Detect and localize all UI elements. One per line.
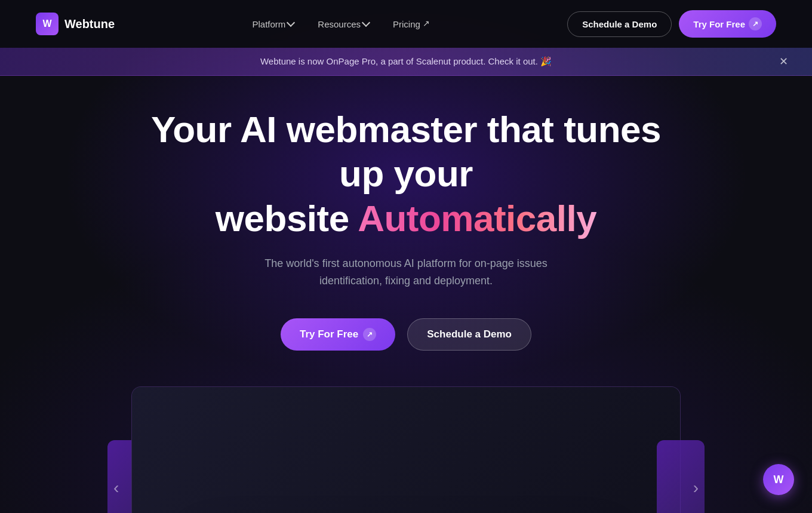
- schedule-demo-button[interactable]: Schedule a Demo: [567, 11, 672, 37]
- nav-links: Platform Resources Pricing ↗: [242, 14, 439, 34]
- arrow-icon: ↗: [363, 328, 376, 341]
- announcement-bar: Webtune is now OnPage Pro, a part of Sca…: [0, 48, 812, 76]
- hero-heading: Your AI webmaster that tunes up your web…: [137, 107, 675, 241]
- nav-platform[interactable]: Platform: [242, 14, 303, 34]
- brand-logo[interactable]: W Webtune: [36, 13, 115, 35]
- badge-icon: W: [774, 474, 784, 486]
- try-for-free-button[interactable]: Try For Free ↗: [679, 10, 776, 38]
- right-decoration: ›: [657, 440, 705, 513]
- hero-try-free-button[interactable]: Try For Free ↗: [281, 318, 395, 351]
- hero-title-gradient: Automatically: [358, 198, 596, 239]
- announcement-text: Webtune is now OnPage Pro, a part of Sca…: [260, 56, 552, 67]
- video-container[interactable]: [131, 386, 681, 513]
- hero-cta-buttons: Try For Free ↗ Schedule a Demo: [0, 318, 812, 351]
- close-icon[interactable]: ✕: [779, 55, 788, 68]
- video-background: [132, 387, 680, 513]
- floating-badge[interactable]: W: [763, 464, 794, 495]
- nav-resources[interactable]: Resources: [308, 14, 379, 34]
- brand-name: Webtune: [64, 17, 115, 31]
- external-link-icon: ↗: [423, 19, 430, 28]
- hero-section: Your AI webmaster that tunes up your web…: [0, 0, 812, 513]
- hero-subtitle: The world's first autonomous AI platform…: [239, 255, 573, 290]
- logo-icon: W: [36, 13, 59, 35]
- chevron-down-icon: [362, 19, 370, 27]
- hero-title-line1: Your AI webmaster that tunes up your: [151, 109, 661, 194]
- arrow-icon: ↗: [749, 17, 762, 30]
- next-arrow-icon[interactable]: ›: [693, 478, 699, 497]
- video-section: ‹ › Webtune is now OnPage Pro, a part of…: [107, 386, 705, 513]
- nav-pricing[interactable]: Pricing ↗: [383, 14, 439, 34]
- hero-schedule-demo-button[interactable]: Schedule a Demo: [407, 318, 531, 351]
- chevron-down-icon: [287, 19, 295, 27]
- nav-actions: Schedule a Demo Try For Free ↗: [567, 10, 776, 38]
- prev-arrow-icon[interactable]: ‹: [113, 478, 119, 497]
- hero-title-line2-plain: website: [216, 198, 358, 239]
- navigation: W Webtune Platform Resources Pricing ↗ S…: [0, 0, 812, 48]
